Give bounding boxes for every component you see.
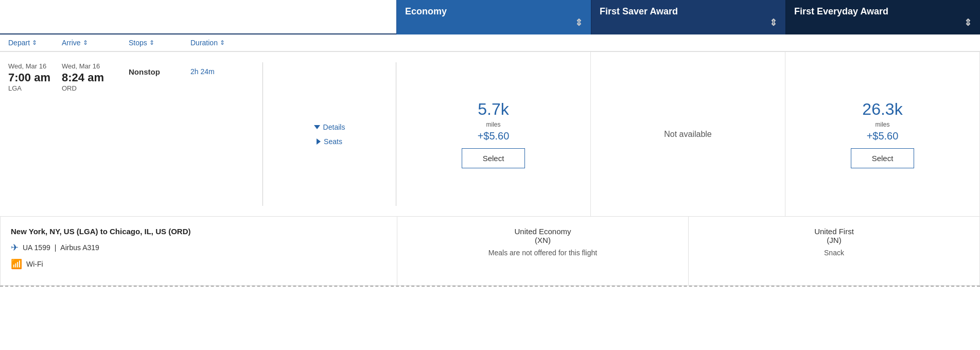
depart-airport: LGA bbox=[8, 84, 62, 92]
economy-miles-label: miles bbox=[486, 121, 500, 128]
header-empty bbox=[0, 0, 396, 34]
details-first-meal: Snack bbox=[699, 249, 969, 257]
bottom-border bbox=[0, 286, 980, 287]
wifi-icon: 📶 bbox=[11, 258, 22, 270]
depart-info: Wed, Mar 16 7:00 am LGA bbox=[0, 62, 62, 206]
economy-miles-value: 5.7k bbox=[478, 100, 509, 119]
details-economy-class: United Economy (XN) bbox=[408, 227, 678, 244]
col-header-arrive[interactable]: Arrive ⇕ bbox=[62, 39, 129, 47]
seats-button[interactable]: Seats bbox=[317, 137, 342, 146]
details-economy-meal: Meals are not offered for this flight bbox=[408, 249, 678, 257]
economy-select-button[interactable]: Select bbox=[462, 148, 526, 168]
details-first-col: United First (JN) Snack bbox=[688, 217, 979, 285]
flight-info: Wed, Mar 16 7:00 am LGA Wed, Mar 16 8:24… bbox=[0, 52, 396, 216]
flight-actions: Details Seats bbox=[262, 62, 396, 206]
first-everyday-miles-value: 26.3k bbox=[862, 100, 902, 119]
first-saver-price-cell: Not available bbox=[591, 52, 785, 216]
flight-row: Wed, Mar 16 7:00 am LGA Wed, Mar 16 8:24… bbox=[0, 52, 980, 217]
first-saver-label: First Saver Award bbox=[600, 6, 777, 17]
seats-arrow-icon bbox=[317, 138, 321, 145]
depart-sort-icon: ⇕ bbox=[32, 39, 37, 46]
details-flight-num: ✈ UA 1599 | Airbus A319 bbox=[11, 242, 387, 253]
column-headers: Depart ⇕ Arrive ⇕ Stops ⇕ Duration ⇕ bbox=[0, 34, 980, 52]
arrive-time: 8:24 am bbox=[62, 71, 129, 84]
col-spacer bbox=[262, 39, 980, 47]
details-button[interactable]: Details bbox=[314, 123, 345, 131]
stops-sort-icon: ⇕ bbox=[149, 39, 154, 46]
details-economy-col: United Economy (XN) Meals are not offere… bbox=[397, 217, 688, 285]
header-economy: Economy ⇕ bbox=[396, 0, 591, 34]
first-everyday-fee: +$5.60 bbox=[867, 130, 899, 142]
first-everyday-sort-icon[interactable]: ⇕ bbox=[794, 17, 972, 28]
first-saver-not-available: Not available bbox=[664, 130, 712, 139]
col-header-duration[interactable]: Duration ⇕ bbox=[190, 39, 262, 47]
details-first-class: United First (JN) bbox=[699, 227, 969, 244]
header-first-saver: First Saver Award ⇕ bbox=[591, 0, 785, 34]
economy-label: Economy bbox=[405, 6, 583, 17]
arrive-airport: ORD bbox=[62, 84, 129, 92]
first-everyday-select-button[interactable]: Select bbox=[851, 148, 915, 168]
depart-time: 7:00 am bbox=[8, 71, 62, 84]
depart-date: Wed, Mar 16 bbox=[8, 62, 62, 70]
arrive-sort-icon: ⇕ bbox=[83, 39, 88, 46]
details-flight-info: New York, NY, US (LGA) to Chicago, IL, U… bbox=[1, 217, 397, 285]
details-inner: New York, NY, US (LGA) to Chicago, IL, U… bbox=[1, 217, 979, 285]
plane-icon: ✈ bbox=[11, 242, 19, 253]
arrive-date: Wed, Mar 16 bbox=[62, 62, 129, 70]
flight-stops: Nonstop bbox=[129, 62, 190, 206]
arrive-info: Wed, Mar 16 8:24 am ORD bbox=[62, 62, 129, 206]
economy-price-cell: 5.7k miles +$5.60 Select bbox=[396, 52, 591, 216]
flight-duration: 2h 24m bbox=[190, 62, 262, 206]
col-header-depart[interactable]: Depart ⇕ bbox=[0, 39, 62, 47]
header-first-everyday: First Everyday Award ⇕ bbox=[785, 0, 980, 34]
first-everyday-miles-label: miles bbox=[875, 121, 889, 128]
economy-sort-icon[interactable]: ⇕ bbox=[405, 17, 583, 28]
details-arrow-icon bbox=[314, 125, 320, 129]
duration-sort-icon: ⇕ bbox=[220, 39, 225, 46]
details-route: New York, NY, US (LGA) to Chicago, IL, U… bbox=[11, 227, 387, 236]
first-everyday-price-cell: 26.3k miles +$5.60 Select bbox=[785, 52, 980, 216]
first-everyday-label: First Everyday Award bbox=[794, 6, 972, 17]
details-wifi: 📶 Wi-Fi bbox=[11, 258, 387, 270]
header-row: Economy ⇕ First Saver Award ⇕ First Ever… bbox=[0, 0, 980, 34]
first-saver-sort-icon[interactable]: ⇕ bbox=[600, 17, 777, 28]
details-panel: New York, NY, US (LGA) to Chicago, IL, U… bbox=[0, 217, 980, 286]
col-header-stops[interactable]: Stops ⇕ bbox=[129, 39, 190, 47]
economy-fee: +$5.60 bbox=[478, 130, 510, 142]
